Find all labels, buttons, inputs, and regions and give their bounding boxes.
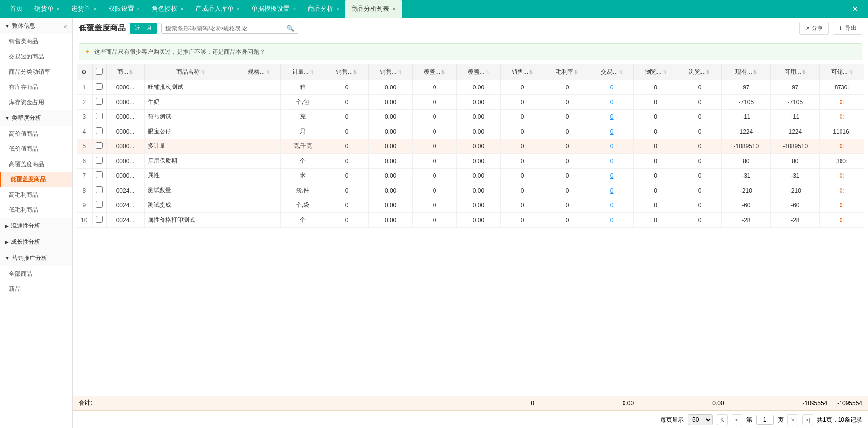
col-trade[interactable]: 交易...⇅ [590,64,633,80]
sidebar-collapse-icon[interactable]: « [63,22,67,30]
sidebar-item-high-value[interactable]: 高价值商品 [0,126,72,142]
export-button[interactable]: ⬇ 导出 [833,22,862,35]
sidebar-item-traded-goods[interactable]: 交易过的商品 [0,49,72,64]
row-number: 10 [77,213,92,228]
sidebar-item-stock-capital[interactable]: 库存资金占用 [0,95,72,110]
row-checkbox[interactable] [92,154,106,169]
row-unit: 袋,件 [281,183,325,198]
page-end-label: 页 [778,416,784,424]
row-sales-qty: 0 [325,154,368,169]
sidebar-item-low-value[interactable]: 低价值商品 [0,142,72,157]
row-sales3: 0 [500,198,544,213]
row-checkbox[interactable] [92,95,106,110]
nav-product-analysis[interactable]: 商品分析 × [302,0,345,18]
row-cover1: 0 [412,169,456,183]
row-checkbox[interactable] [92,169,106,183]
row-checkbox[interactable] [92,139,106,154]
sidebar-item-low-coverage[interactable]: 低覆盖度商品 [0,172,72,187]
nav-close-permissions[interactable]: × [137,6,140,12]
row-trade: 0 [590,139,633,154]
row-sales-qty: 0 [325,183,368,198]
nav-close-roles[interactable]: × [180,6,183,12]
sidebar-item-high-margin[interactable]: 高毛利商品 [0,187,72,202]
col-settings[interactable]: ⚙ [77,64,92,80]
per-page-label: 每页显示 [660,416,684,424]
nav-close-product-analysis-list[interactable]: × [392,6,395,12]
sidebar-item-high-coverage[interactable]: 高覆盖度商品 [0,157,72,172]
sidebar-item-stocked-goods[interactable]: 有库存商品 [0,80,72,95]
nav-home[interactable]: 首页 [4,0,28,18]
sidebar-section-growth[interactable]: ▶ 成长性分析 [0,234,72,250]
share-button[interactable]: ↗ 分享 [799,22,829,35]
search-input[interactable] [165,25,286,32]
page-number-input[interactable] [756,415,774,425]
row-checkbox[interactable] [92,213,106,228]
row-trade: 0 [590,183,633,198]
sidebar-item-category-rate[interactable]: 商品分类动销率 [0,64,72,80]
row-margin: 0 [544,169,590,183]
nav-sales-order[interactable]: 销货单 × [28,0,65,18]
col-view1[interactable]: 浏览...⇅ [634,64,678,80]
col-available[interactable]: 可用...⇅ [771,64,820,80]
col-sellable[interactable]: 可销...⇅ [820,64,864,80]
last-page-button[interactable]: >| [802,414,813,425]
nav-template[interactable]: 单据模板设置 × [245,0,301,18]
col-current[interactable]: 现有...⇅ [722,64,771,80]
nav-close-template[interactable]: × [293,6,296,12]
col-sales-qty[interactable]: 销售...⇅ [325,64,368,80]
row-sales3: 0 [500,139,544,154]
sidebar-item-sales-goods[interactable]: 销售类商品 [0,34,72,49]
period-button[interactable]: 近一月 [130,23,157,34]
row-sellable: 8730: [820,80,864,95]
row-number: 4 [77,124,92,139]
sidebar-item-new-goods[interactable]: 新品 [0,282,72,297]
col-spec[interactable]: 规格...⇅ [237,64,280,80]
nav-permissions[interactable]: 权限设置 × [103,0,146,18]
first-page-button[interactable]: K [717,414,728,425]
col-cover2[interactable]: 覆盖...⇅ [457,64,500,80]
row-name: 眼宝公仔 [144,124,237,139]
row-checkbox[interactable] [92,183,106,198]
sidebar-section-overview[interactable]: ▼ 整体信息 « [0,18,72,34]
info-banner: ✦ 这些商品只有很少客户购买过，是推广不够，还是商品本身问题？ [79,43,862,60]
col-cover1[interactable]: 覆盖...⇅ [412,64,456,80]
row-current: -210 [722,183,771,198]
col-name[interactable]: 商品名称⇅ [144,64,237,80]
row-name: 属性 [144,169,237,183]
col-sales-amt[interactable]: 销售...⇅ [369,64,412,80]
nav-close-product-analysis[interactable]: × [336,6,339,12]
nav-roles[interactable]: 角色授权 × [146,0,189,18]
select-all-checkbox[interactable] [96,68,103,75]
row-name: 符号测试 [144,110,237,124]
prev-page-button[interactable]: < [732,414,742,425]
col-code[interactable]: 商...⇅ [106,64,144,80]
col-view2[interactable]: 浏览...⇅ [678,64,721,80]
row-available: -11 [771,110,820,124]
row-checkbox[interactable] [92,198,106,213]
row-sales-qty: 0 [325,95,368,110]
col-sales3[interactable]: 销售...⇅ [500,64,544,80]
nav-close-sales[interactable]: × [56,6,59,12]
row-view2: 0 [678,95,721,110]
per-page-select[interactable]: 50 10 20 100 [688,414,713,425]
sidebar-section-cluster[interactable]: ▼ 类群度分析 [0,110,72,126]
nav-close-purchase[interactable]: × [93,6,96,12]
sidebar-item-all-goods[interactable]: 全部商品 [0,266,72,282]
window-close-button[interactable]: ✕ [846,4,864,14]
next-page-button[interactable]: > [787,414,798,425]
col-margin[interactable]: 毛利率⇅ [544,64,590,80]
nav-product-analysis-list[interactable]: 商品分析列表 × [345,0,401,18]
row-trade: 0 [590,110,633,124]
nav-product-entry[interactable]: 产成品入库单 × [190,0,245,18]
sidebar-section-marketing[interactable]: ▼ 营销推广分析 [0,250,72,266]
sidebar-section-circulation[interactable]: ▶ 流通性分析 [0,218,72,234]
row-sales-amt: 0.00 [369,139,412,154]
row-view2: 0 [678,139,721,154]
row-checkbox[interactable] [92,80,106,95]
nav-close-product-entry[interactable]: × [237,6,240,12]
sidebar-item-low-margin[interactable]: 低毛利商品 [0,202,72,218]
row-checkbox[interactable] [92,110,106,124]
row-checkbox[interactable] [92,124,106,139]
nav-purchase[interactable]: 进货单 × [65,0,102,18]
col-unit[interactable]: 计量...⇅ [281,64,325,80]
